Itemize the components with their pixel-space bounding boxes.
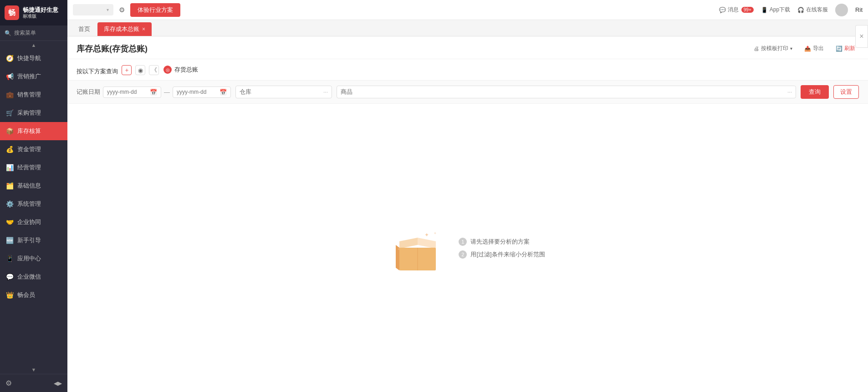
nav-icon-sales: 💼	[5, 91, 14, 99]
print-label: 按模板打印	[761, 45, 788, 52]
goods-input[interactable]	[354, 89, 786, 95]
tab-close-icon[interactable]: ×	[142, 26, 145, 32]
settings-btn[interactable]: 设置	[833, 85, 859, 99]
goods-field[interactable]: 商品 ···	[337, 86, 796, 98]
topbar: ▾ ⚙ 体验行业方案 💬 消息 99+ 📱 App下载 🎧 在线客服 Rit	[67, 0, 868, 20]
goods-label: 商品	[341, 88, 352, 96]
nav-label-quick-nav: 快捷导航	[17, 54, 41, 62]
filter-add-btn[interactable]: ＋	[122, 65, 132, 75]
tip-item-2: 2 用[过滤]条件来缩小分析范围	[459, 250, 545, 259]
tip-text-1: 请先选择要分析的方案	[470, 238, 530, 246]
nav-label-wechat: 企业微信	[17, 273, 41, 281]
sidebar-item-cooperation[interactable]: 🤝 企业协同	[0, 213, 67, 231]
filter-collapse-btn[interactable]: 《	[149, 65, 159, 75]
sidebar-item-purchase[interactable]: 🛒 采购管理	[0, 104, 67, 122]
sidebar-item-basic-info[interactable]: 🗂️ 基础信息	[0, 177, 67, 195]
nav-label-cooperation: 企业协同	[17, 218, 41, 226]
content-area: 库存总账(存货总账) 🖨 按模板打印 ▾ 📤 导出 🔄 刷新	[67, 36, 868, 392]
date-end-input[interactable]: 📅	[173, 87, 231, 98]
nav-label-finance: 资金管理	[17, 145, 41, 153]
goods-more-icon[interactable]: ···	[787, 89, 792, 95]
sidebar-footer: ⚙ ◀▶	[0, 374, 67, 392]
nav-icon-app-center: 📱	[5, 255, 14, 263]
svg-text:✦: ✦	[397, 247, 400, 251]
sidebar-item-member[interactable]: 👑 畅会员	[0, 286, 67, 304]
schema-item-label: 存货总账	[174, 66, 198, 74]
nav-label-operation: 经营管理	[17, 163, 41, 172]
sidebar-item-guide[interactable]: 🆕 新手引导	[0, 231, 67, 249]
online-service-btn[interactable]: 🎧 在线客服	[797, 6, 828, 14]
tab-home-label: 首页	[78, 25, 90, 33]
app-download-label: App下载	[770, 6, 790, 14]
sidebar-nav: 🧭 快捷导航 📢 营销推广 💼 销售管理 🛒 采购管理 📦 库存核算 💰 资金管…	[0, 49, 67, 366]
sidebar-item-quick-nav[interactable]: 🧭 快捷导航	[0, 49, 67, 67]
tip-num-1: 1	[459, 238, 467, 246]
topbar-gear-icon[interactable]: ⚙	[117, 4, 127, 16]
sidebar-search-label: 搜索菜单	[14, 29, 36, 37]
print-template-btn[interactable]: 🖨 按模板打印 ▾	[750, 43, 796, 54]
topbar-left: ▾ ⚙ 体验行业方案	[73, 3, 719, 17]
empty-state: ✦ ✦ ✦ 1 请先选择要分析的方案 2 用[过滤]条件来缩小分析范围	[67, 104, 868, 392]
phone-icon: 📱	[761, 7, 768, 13]
nav-icon-wechat: 💬	[5, 273, 14, 281]
sidebar-item-inventory[interactable]: 📦 库存核算	[0, 122, 67, 140]
filter-schema-btn[interactable]: ◉	[135, 65, 145, 75]
date-end-text[interactable]	[177, 89, 218, 95]
main-area: ▾ ⚙ 体验行业方案 💬 消息 99+ 📱 App下载 🎧 在线客服 Rit	[67, 0, 868, 392]
tab-inventory-ledger[interactable]: 库存成本总账 ×	[97, 22, 152, 36]
sidebar-scroll-down[interactable]: ▼	[0, 366, 67, 374]
tip-item-1: 1 请先选择要分析的方案	[459, 238, 545, 246]
empty-tips: 1 请先选择要分析的方案 2 用[过滤]条件来缩小分析范围	[459, 238, 545, 259]
nav-icon-member: 👑	[5, 291, 14, 299]
message-icon: 💬	[719, 7, 726, 13]
sidebar-scroll-up[interactable]: ▲	[0, 41, 67, 49]
tab-home[interactable]: 首页	[72, 22, 97, 36]
calendar-end-icon[interactable]: 📅	[220, 89, 227, 96]
export-btn[interactable]: 📤 导出	[801, 43, 827, 54]
nav-icon-purchase: 🛒	[5, 109, 14, 117]
nav-icon-operation: 📊	[5, 163, 14, 172]
sidebar-item-system[interactable]: ⚙️ 系统管理	[0, 195, 67, 213]
schema-item[interactable]: ◎ 存货总账	[163, 64, 202, 76]
sidebar-item-wechat[interactable]: 💬 企业微信	[0, 268, 67, 286]
nav-icon-quick-nav: 🧭	[5, 54, 14, 62]
date-start-input[interactable]: 📅	[103, 87, 161, 98]
nav-label-inventory: 库存核算	[17, 127, 41, 135]
nav-label-system: 系统管理	[17, 200, 41, 208]
filter-label: 按以下方案查询	[77, 65, 118, 76]
query-btn[interactable]: 查询	[801, 85, 829, 99]
sidebar-item-finance[interactable]: 💰 资金管理	[0, 140, 67, 158]
sidebar-item-operation[interactable]: 📊 经营管理	[0, 158, 67, 177]
calendar-start-icon[interactable]: 📅	[150, 89, 157, 96]
sidebar-item-app-center[interactable]: 📱 应用中心	[0, 249, 67, 268]
sidebar-header: 畅 畅捷通好生意 标准版	[0, 0, 67, 25]
sidebar: 畅 畅捷通好生意 标准版 🔍 搜索菜单 ▲ 🧭 快捷导航 📢 营销推广 💼 销售…	[0, 0, 67, 392]
message-btn[interactable]: 💬 消息 99+	[719, 6, 754, 14]
collapse-icon[interactable]: ◀▶	[54, 380, 62, 387]
sidebar-search[interactable]: 🔍 搜索菜单	[0, 25, 67, 41]
app-download-btn[interactable]: 📱 App下载	[761, 6, 790, 14]
date-field: 记账日期 📅 — 📅	[77, 87, 231, 98]
user-avatar[interactable]	[835, 4, 848, 16]
topbar-breadcrumb[interactable]: ▾	[73, 4, 113, 15]
nav-label-purchase: 采购管理	[17, 109, 41, 117]
right-panel-close-btn[interactable]: ×	[855, 25, 868, 48]
print-icon: 🖨	[754, 46, 759, 52]
svg-marker-0	[399, 238, 418, 249]
industry-btn[interactable]: 体验行业方案	[130, 3, 180, 17]
sidebar-item-marketing[interactable]: 📢 营销推广	[0, 67, 67, 86]
message-badge: 99+	[741, 7, 754, 13]
nav-icon-system: ⚙️	[5, 200, 14, 208]
warehouse-field[interactable]: 仓库 ···	[235, 86, 332, 98]
sidebar-item-sales[interactable]: 💼 销售管理	[0, 86, 67, 104]
export-icon: 📤	[804, 46, 811, 52]
warehouse-input[interactable]	[253, 89, 322, 95]
page-title: 库存总账(存货总账)	[77, 43, 148, 54]
date-start-text[interactable]	[107, 89, 148, 95]
filter-header: 按以下方案查询 ＋ ◉ 《	[77, 64, 159, 76]
topbar-right: 💬 消息 99+ 📱 App下载 🎧 在线客服 Rit	[719, 4, 863, 16]
warehouse-more-icon[interactable]: ···	[323, 89, 328, 95]
settings-icon[interactable]: ⚙	[5, 379, 12, 387]
date-label: 记账日期	[77, 88, 100, 96]
nav-icon-finance: 💰	[5, 145, 14, 153]
